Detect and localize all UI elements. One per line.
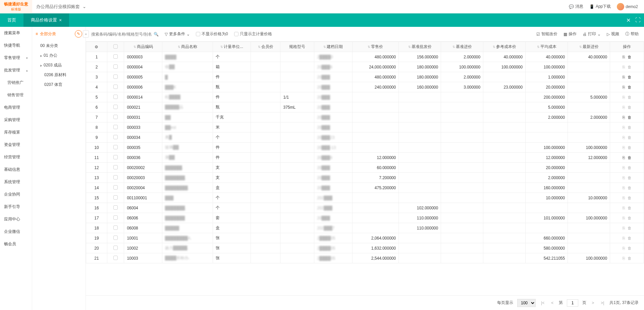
column-header[interactable]: ⇅参考成本价 — [483, 42, 526, 52]
sort-icon[interactable]: ⇅ — [579, 45, 582, 49]
table-row[interactable]: 9000034奥█个20███23⎘🗑 — [86, 133, 644, 143]
delete-icon[interactable]: 🗑 — [628, 165, 632, 170]
copy-icon[interactable]: ⎘ — [623, 55, 625, 59]
sort-icon[interactable]: ⇅ — [368, 45, 370, 49]
tab-home[interactable]: 首页 — [0, 13, 23, 27]
table-row[interactable]: 1806008█████盒202███7110.000000⎘🗑 — [86, 223, 644, 233]
table-row[interactable]: 30000005█件20███480.000000180.0000002.000… — [86, 72, 644, 82]
column-header[interactable]: ⇅基准进价 — [441, 42, 483, 52]
table-row[interactable]: 7000031██千克20███2.0000002.000000⎘🗑 — [86, 112, 644, 122]
sidebar-item[interactable]: 经营管理 — [0, 151, 32, 163]
table-row[interactable]: 1400020004████████.盒20███475.200000160.0… — [86, 183, 644, 193]
table-row[interactable]: 1300020003███████.支20███7.2000002.000000… — [86, 173, 644, 183]
column-header[interactable]: ⇅商品名称 — [162, 42, 213, 52]
table-row[interactable]: 15001100001███个202███10.00000010.000000⎘… — [86, 193, 644, 203]
delete-icon[interactable]: 🗑 — [628, 105, 632, 110]
copy-icon[interactable]: ⎘ — [623, 216, 625, 220]
sort-icon[interactable]: ⇅ — [178, 45, 180, 49]
copy-icon[interactable]: ⎘ — [623, 226, 625, 230]
row-checkbox[interactable] — [113, 185, 118, 190]
row-checkbox[interactable] — [113, 64, 118, 69]
table-row[interactable]: 50000014杜████件1/120███200.0000005.000000… — [86, 92, 644, 102]
next-page-button[interactable]: > — [590, 301, 595, 305]
sidebar-item[interactable]: 电商管理 — [0, 101, 32, 114]
sidebar-item[interactable]: 销售管理 — [0, 89, 32, 101]
delete-icon[interactable]: 🗑 — [628, 175, 632, 180]
more-filters-button[interactable]: ▽更多条件⌄ — [165, 31, 190, 37]
sidebar-item[interactable]: 应用中心 — [0, 213, 32, 225]
delete-icon[interactable]: 🗑 — [628, 125, 632, 130]
sidebar-item[interactable]: 批发管理▴ — [0, 64, 32, 76]
sidebar-item[interactable]: 资金管理 — [0, 139, 32, 151]
row-checkbox[interactable] — [113, 236, 118, 240]
row-checkbox[interactable] — [113, 145, 118, 149]
table-row[interactable]: 40000006███K瓶20███240.000000160.0000003.… — [86, 82, 644, 92]
column-header[interactable]: ⇅建档日期 — [314, 42, 352, 52]
tree-node[interactable]: 00 未分类 — [32, 41, 86, 51]
edit-category-button[interactable]: ✎ — [75, 30, 82, 38]
delete-icon[interactable]: 🗑 — [628, 85, 632, 90]
search-input[interactable] — [91, 32, 152, 37]
sort-icon[interactable]: ⇅ — [133, 45, 136, 49]
delete-icon[interactable]: 🗑 — [628, 135, 632, 140]
row-checkbox[interactable] — [113, 115, 118, 119]
column-header[interactable]: ⇅商品编码 — [124, 42, 162, 52]
sidebar-item[interactable]: 畅会员 — [0, 238, 32, 250]
copy-icon[interactable]: ⎘ — [623, 85, 625, 90]
sidebar-item[interactable]: 采购管理 — [0, 114, 32, 126]
table-row[interactable]: 6000021█████品瓶375mL20███5.000000⎘🗑 — [86, 102, 644, 112]
table-row[interactable]: 2010002扬力█████.张2████051,632.000000580.0… — [86, 243, 644, 253]
sort-icon[interactable]: ⇅ — [452, 45, 455, 49]
row-checkbox[interactable] — [113, 85, 118, 89]
row-checkbox[interactable] — [113, 54, 118, 59]
user-menu[interactable]: demo2 — [617, 3, 638, 10]
copy-icon[interactable]: ⎘ — [623, 135, 625, 140]
delete-icon[interactable]: 🗑 — [628, 196, 632, 200]
sidebar-item[interactable]: 企业微信 — [0, 225, 32, 238]
tree-node[interactable]: 0207 体育 — [32, 80, 86, 90]
table-row[interactable]: 1910001████████A.张2████052,064.000000660… — [86, 233, 644, 243]
sort-icon[interactable]: ⇅ — [323, 45, 326, 49]
collapse-tree-button[interactable]: « — [83, 30, 89, 38]
row-checkbox[interactable] — [113, 205, 118, 210]
row-checkbox[interactable] — [113, 74, 118, 79]
only-main-unit-checkbox[interactable]: 只显示主计量价格 — [234, 31, 272, 37]
copy-icon[interactable]: ⎘ — [623, 175, 625, 180]
delete-icon[interactable]: 🗑 — [628, 206, 632, 210]
delete-icon[interactable]: 🗑 — [628, 115, 632, 120]
copy-icon[interactable]: ⎘ — [623, 186, 625, 190]
close-icon[interactable]: × — [59, 17, 62, 23]
delete-icon[interactable]: 🗑 — [628, 186, 632, 190]
delete-icon[interactable]: 🗑 — [628, 236, 632, 241]
table-row[interactable]: 20000004收██箱20███824,000.000000180.00000… — [86, 62, 644, 72]
sidebar-item[interactable]: 搜索菜单 — [0, 27, 32, 39]
tree-node[interactable]: 0206 原材料 — [32, 70, 86, 80]
tab-price-settings[interactable]: 商品价格设置 × — [23, 13, 69, 27]
sidebar-item[interactable]: 企业协同 — [0, 188, 32, 201]
copy-icon[interactable]: ⎘ — [623, 115, 625, 120]
delete-icon[interactable]: 🗑 — [628, 246, 632, 251]
account-selector[interactable]: 办公用品行业模拟账套 ⌄ — [36, 4, 86, 10]
copy-icon[interactable]: ⎘ — [623, 236, 625, 241]
row-checkbox[interactable] — [113, 95, 118, 99]
column-header[interactable]: ⇅最新进价 — [568, 42, 610, 52]
messages-button[interactable]: 💬消息 — [569, 4, 583, 9]
sidebar-item[interactable]: 库存核算 — [0, 126, 32, 139]
smart-price-button[interactable]: ☑智能改价 — [536, 31, 557, 37]
table-row[interactable]: 1706006███████套20███110.000000101.000000… — [86, 213, 644, 223]
delete-icon[interactable]: 🗑 — [628, 226, 632, 230]
table-row[interactable]: 8000033██est米20███⎘🗑 — [86, 122, 644, 133]
delete-icon[interactable]: 🗑 — [628, 145, 632, 150]
column-header[interactable]: ⇅零售价 — [352, 42, 399, 52]
select-all-checkbox[interactable] — [113, 44, 118, 49]
delete-icon[interactable]: 🗑 — [628, 95, 632, 100]
copy-icon[interactable]: ⎘ — [623, 206, 625, 210]
row-checkbox[interactable] — [113, 105, 118, 109]
search-icon[interactable]: 🔍 — [154, 32, 159, 37]
copy-icon[interactable]: ⎘ — [623, 196, 625, 200]
prev-page-button[interactable]: < — [550, 301, 555, 305]
sort-icon[interactable]: ⇅ — [537, 45, 540, 49]
help-button[interactable]: ⓘ帮助 — [625, 31, 639, 37]
column-header[interactable] — [107, 42, 124, 52]
copy-icon[interactable]: ⎘ — [623, 75, 625, 80]
